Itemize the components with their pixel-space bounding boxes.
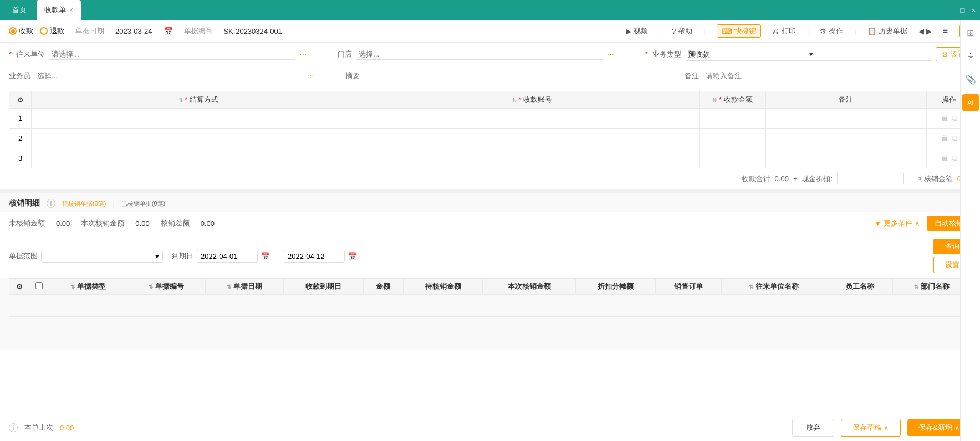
bottom-col-settings[interactable]: ⚙ (9, 279, 29, 295)
staff-input[interactable] (35, 70, 303, 81)
toolbar-history[interactable]: 📋 历史单据 (867, 26, 907, 36)
col-pending-label: 待核销金额 (425, 282, 461, 290)
layout-icon[interactable]: ≡ (943, 26, 948, 36)
sidebar-table-icon[interactable]: ⊞ (962, 24, 979, 41)
required-star-counterpart: * (9, 50, 12, 58)
col-duedate-label: 收款到期日 (305, 282, 341, 290)
print-label: 打印 (782, 26, 796, 36)
store-more-icon[interactable]: ··· (607, 49, 614, 59)
col-settlement-label: 结算方式 (190, 95, 218, 104)
date-field: 到期日 📅 — 📅 (172, 250, 357, 263)
toolbar-shortcut[interactable]: ⌨ 快捷键 (717, 24, 761, 38)
calendar-icon[interactable]: 📅 (164, 27, 173, 35)
maximize-icon[interactable]: □ (961, 6, 965, 14)
close-icon[interactable]: × (971, 6, 976, 14)
counterpart-more-icon[interactable]: ··· (299, 49, 307, 59)
row1-amount[interactable] (699, 109, 765, 129)
col-date-label: 单据日期 (233, 282, 262, 290)
order-value: 0.00 (60, 424, 74, 432)
date-from-input[interactable] (197, 250, 258, 263)
row1-delete-icon[interactable]: 🗑 (941, 114, 948, 123)
row2-account[interactable] (365, 129, 699, 148)
col-number-label: 单据编号 (155, 282, 184, 290)
row1-copy-icon[interactable]: ⧉ (952, 114, 957, 123)
row2-copy-icon[interactable]: ⧉ (952, 134, 957, 143)
row2-settlement[interactable] (32, 129, 365, 148)
row2-delete-icon[interactable]: 🗑 (941, 134, 948, 143)
toolbar-help[interactable]: ? 帮助 (672, 26, 692, 36)
tab-close-icon[interactable]: × (69, 6, 73, 14)
verified-tab[interactable]: 已核销单据(0笔) (121, 199, 165, 208)
calendar-to-icon[interactable]: 📅 (348, 252, 357, 260)
bottom-col-date: ⇅ 单据日期 (206, 279, 284, 295)
row1-account[interactable] (365, 109, 699, 129)
more-conditions-btn[interactable]: ▼ 更多条件 ∧ (874, 218, 920, 228)
table-settings-icon[interactable]: ⚙ (17, 96, 24, 104)
toolbar-video[interactable]: ▶ 视频 (626, 26, 648, 36)
sidebar-attach-icon[interactable]: 📎 (962, 71, 979, 88)
calendar-from-icon[interactable]: 📅 (261, 252, 270, 260)
row3-delete-icon[interactable]: 🗑 (941, 153, 948, 163)
history-icon: 📋 (867, 27, 876, 35)
note-input[interactable] (703, 70, 971, 81)
select-all-checkbox[interactable] (35, 282, 43, 289)
row2-note[interactable] (765, 129, 926, 148)
minimize-icon[interactable]: — (947, 6, 954, 14)
row3-amount[interactable] (699, 148, 765, 168)
nav-right-icon[interactable]: ▶ (926, 27, 932, 35)
diff-value: 0.00 (201, 219, 215, 228)
table-row: 1 🗑 ⧉ (9, 109, 971, 129)
summary-input[interactable] (364, 70, 632, 81)
radio-tuikuan[interactable]: 退款 (40, 26, 64, 36)
date-to-input[interactable] (284, 250, 345, 263)
pending-tab[interactable]: 待核销单据(0笔) (62, 199, 106, 208)
info-icon[interactable]: i (47, 199, 55, 208)
required-star-business: * (645, 50, 648, 58)
footer: i 本单上次 0.00 放弃 保存草稿 ∧ 保存&新增 ∧ (0, 414, 980, 441)
store-input[interactable] (356, 49, 602, 60)
toolbar-print[interactable]: 🖨 打印 (772, 26, 796, 36)
row3-note[interactable] (765, 148, 926, 168)
date-label: 单据日期 (75, 26, 104, 36)
radio-shoukuan[interactable]: 收款 (9, 26, 33, 36)
nav-left-icon[interactable]: ◀ (918, 27, 924, 35)
row2-amount[interactable] (699, 129, 765, 148)
abandon-button[interactable]: 放弃 (792, 419, 834, 437)
col-account-label: 收款账号 (523, 95, 552, 104)
sidebar-ai-icon[interactable]: Ai (962, 94, 979, 111)
row3-copy-icon[interactable]: ⧉ (952, 153, 957, 163)
tab-home[interactable]: 首页 (4, 0, 34, 20)
tab-receipt-label: 收款单 (44, 5, 66, 15)
ai-badge: Ai (967, 99, 974, 107)
business-type-select[interactable]: 预收款 ▾ (686, 48, 931, 61)
nav-arrows[interactable]: ◀ ▶ (918, 27, 932, 35)
col-settings-header[interactable]: ⚙ (9, 91, 32, 109)
row3-account[interactable] (365, 148, 699, 168)
discount-input[interactable] (837, 173, 904, 184)
bottom-col-checkbox[interactable] (29, 279, 49, 295)
draft-label: 保存草稿 (853, 423, 881, 433)
row1-note[interactable] (765, 109, 926, 129)
row3-settlement[interactable] (32, 148, 365, 168)
help-label: 帮助 (678, 26, 692, 36)
col-amount-header: ⇅ * 收款金额 (699, 91, 765, 109)
number-value[interactable]: SK-20230324-001 (224, 27, 283, 35)
form-header-row: 收款 退款 单据日期 2023-03-24 📅 单据编号 SK-20230324… (0, 20, 980, 43)
order-info-icon[interactable]: i (9, 423, 18, 432)
col-action-label: 操作 (942, 95, 956, 104)
staff-more-icon[interactable]: ··· (307, 71, 314, 81)
counterpart-input[interactable] (49, 49, 295, 60)
range-select[interactable]: ▾ (41, 250, 163, 263)
summary-label: 摘要 (345, 71, 360, 81)
toolbar-operation[interactable]: ⚙ 操作 (820, 26, 843, 36)
sidebar-print-icon[interactable]: 🖨 (962, 48, 979, 64)
tab-receipt[interactable]: 收款单 × (37, 0, 81, 20)
bottom-table-empty-row (9, 295, 971, 317)
radio-group: 收款 退款 (9, 26, 64, 36)
total-value: 0.00 (775, 175, 789, 183)
date-separator: — (273, 252, 280, 260)
draft-button[interactable]: 保存草稿 ∧ (841, 419, 901, 437)
operation-icon: ⚙ (820, 27, 826, 35)
row1-settlement[interactable] (32, 109, 365, 129)
date-value[interactable]: 2023-03-24 (115, 27, 152, 35)
